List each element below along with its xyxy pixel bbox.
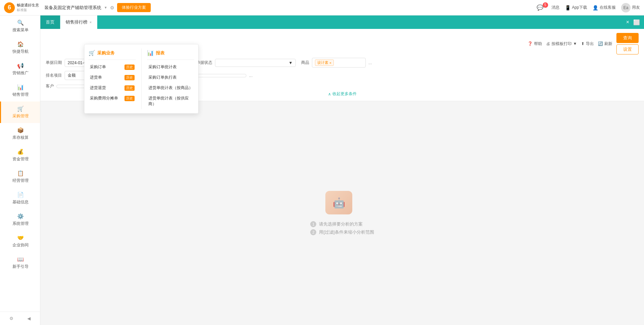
message-item[interactable]: 💬 5 消息	[537, 4, 560, 11]
dropdown-item-purchase-cost[interactable]: 采购费用分摊单 历史	[88, 93, 136, 104]
sidebar-item-sales[interactable]: 📊 销售管理	[0, 80, 40, 101]
receive-stats-goods-label: 进货单统计表（按商品）	[148, 85, 193, 91]
refresh-item[interactable]: 🔄 刷新	[598, 41, 612, 47]
sidebar-item-quick-nav[interactable]: 🏠 快捷导航	[0, 37, 40, 58]
system-settings-icon[interactable]: ⚙	[110, 5, 114, 10]
sidebar-item-purchase[interactable]: 🛒 采购管理	[0, 101, 40, 123]
status-select[interactable]: ▼	[215, 59, 296, 67]
goods-label: 商品	[301, 60, 309, 66]
status-filter-group: 单据状态 ▼	[196, 59, 296, 67]
goods-tag-close[interactable]: ×	[329, 61, 331, 65]
dropdown-item-purchase-receive[interactable]: 进货单 历史	[88, 72, 136, 83]
query-button[interactable]: 查询	[616, 33, 639, 43]
purchase-dropdown-menu: 🛒 采购业务 采购订单 历史 进货单 历史 进货退货 历史	[84, 44, 199, 114]
purchase-col-icon: 🛒	[88, 50, 95, 56]
dropdown-item-receive-stats-goods[interactable]: 进货单统计表（按商品）	[147, 83, 194, 93]
print-template-item[interactable]: 🖨 按模板打印 ▼	[546, 41, 577, 47]
empty-tips: 1 请先选择要分析的方案 2 用[过滤]条件来缩小分析范围	[310, 221, 374, 235]
finance-icon: 💰	[17, 149, 24, 155]
cooperation-icon: 🤝	[17, 235, 24, 241]
tab-home[interactable]: 首页	[40, 15, 60, 29]
sidebar-label-operations: 经营管理	[12, 178, 29, 184]
goods-more-btn[interactable]: ...	[368, 60, 372, 65]
report-col-title: 📊 报表	[147, 48, 194, 60]
dropdown-item-receive-stats-supplier[interactable]: 进货单统计表（按供应商）	[147, 93, 194, 109]
logo-area: 6 畅捷通好生意 标准版	[4, 2, 44, 13]
sidebar-item-operations[interactable]: 📋 经营管理	[0, 166, 40, 188]
purchase-return-history-tag: 历史	[124, 85, 135, 91]
sidebar-collapse-icon[interactable]: ◀	[27, 316, 31, 321]
system-dropdown-arrow[interactable]: ▼	[104, 6, 107, 9]
sidebar-item-search[interactable]: 🔍 搜索菜单	[0, 15, 40, 37]
top-header: 6 畅捷通好生意 标准版 装备及固定资产辅助管理系统 ▼ ⚙ 体验行业方案 💬 …	[0, 0, 644, 15]
logo-icon: 6	[4, 2, 15, 13]
sidebar-item-system[interactable]: ⚙️ 系统管理	[0, 209, 40, 231]
message-icon: 💬	[537, 4, 543, 11]
sidebar-item-finance[interactable]: 💰 资金管理	[0, 145, 40, 166]
sidebar-label-inventory: 库存核算	[12, 135, 29, 140]
purchase-col-title-text: 采购业务	[97, 50, 115, 56]
goods-tag: 设计素 ×	[315, 59, 334, 66]
online-service-label: 在线客服	[600, 5, 616, 10]
online-service-item[interactable]: 👤 在线客服	[593, 5, 616, 10]
customer-label: 客户	[46, 83, 54, 89]
goods-tag-text: 设计素	[317, 60, 328, 65]
export-item[interactable]: ⬆ 导出	[581, 41, 594, 47]
tab-window-close-icon[interactable]: ×	[626, 19, 629, 25]
purchase-return-label: 进货退货	[90, 85, 106, 91]
empty-tip-2: 2 用[过滤]条件来缩小分析范围	[310, 229, 374, 235]
print-dropdown-icon: ▼	[573, 41, 577, 46]
sidebar-item-marketing[interactable]: 📢 营销推广	[0, 58, 40, 80]
report-col: 📊 报表 采购订单统计表 采购订单执行表 进货单统计表（按商品） 进货单统计表（…	[143, 48, 199, 109]
dropdown-divider	[141, 48, 142, 109]
print-icon: 🖨	[546, 41, 550, 46]
help-item[interactable]: ❓ 帮助	[528, 41, 542, 47]
dropdown-item-order-stats[interactable]: 采购订单统计表	[147, 62, 194, 72]
tab-close-icon[interactable]: ×	[90, 20, 92, 24]
date-label: 单据日期	[46, 60, 62, 66]
tip-num-1: 1	[310, 221, 316, 227]
sidebar-item-basic-info[interactable]: 📄 基础信息	[0, 188, 40, 209]
sidebar-label-sales: 销售管理	[12, 92, 29, 97]
collapse-label: 收起更多条件	[332, 91, 357, 97]
app-download-label: App下载	[572, 5, 587, 10]
message-badge: 5	[543, 2, 548, 8]
purchase-receive-history-tag: 历史	[124, 75, 135, 80]
inventory-icon: 📦	[17, 127, 24, 133]
basic-info-icon: 📄	[17, 192, 24, 198]
app-download-item[interactable]: 📱 App下载	[565, 5, 587, 10]
help-label: 帮助	[534, 41, 542, 47]
sidebar-item-cooperation[interactable]: 🤝 企业协同	[0, 231, 40, 252]
receive-stats-supplier-label: 进货单统计表（按供应商）	[148, 95, 193, 107]
tab-sales-rank[interactable]: 销售排行榜 ×	[60, 15, 97, 29]
sidebar-item-inventory[interactable]: 📦 库存核算	[0, 123, 40, 145]
sidebar-label-marketing: 营销推广	[12, 70, 29, 76]
tab-maximize-icon[interactable]: ⬜	[633, 19, 640, 26]
dropdown-item-purchase-order[interactable]: 采购订单 历史	[88, 62, 136, 72]
tab-right-actions: × ⬜	[622, 15, 644, 29]
header-right: 💬 5 消息 📱 App下载 👤 在线客服 Ea 用友	[537, 3, 640, 12]
goods-input[interactable]: 设计素 ×	[312, 58, 366, 68]
sidebar-label-guide: 新手引导	[12, 264, 29, 270]
sidebar-label-system: 系统管理	[12, 221, 29, 227]
tab-bar: 首页 销售排行榜 × × ⬜	[40, 15, 644, 29]
purchase-cost-history-tag: 历史	[124, 96, 135, 101]
sidebar-bottom: ⚙ ◀	[0, 312, 40, 325]
settings-button[interactable]: 设置	[616, 44, 639, 54]
logo-name: 畅捷通好生意	[17, 3, 39, 7]
user-item[interactable]: Ea 用友	[621, 3, 640, 12]
industry-button[interactable]: 体验行业方案	[117, 3, 151, 12]
sidebar-label-finance: 资金管理	[12, 156, 29, 162]
tip-num-2: 2	[310, 229, 316, 235]
help-icon: ❓	[528, 41, 533, 46]
sidebar-label-cooperation: 企业协同	[12, 242, 29, 248]
empty-tip-1: 1 请先选择要分析的方案	[310, 221, 374, 227]
staff-more-btn[interactable]: ...	[249, 73, 253, 78]
dropdown-item-purchase-return[interactable]: 进货退货 历史	[88, 83, 136, 93]
sidebar-item-guide[interactable]: 📖 新手引导	[0, 252, 40, 274]
refresh-label: 刷新	[604, 41, 612, 47]
sidebar-settings-icon[interactable]: ⚙	[9, 316, 13, 321]
rank-value: 金额	[68, 73, 76, 78]
dropdown-item-order-exec[interactable]: 采购订单执行表	[147, 72, 194, 83]
operations-icon: 📋	[17, 170, 24, 176]
